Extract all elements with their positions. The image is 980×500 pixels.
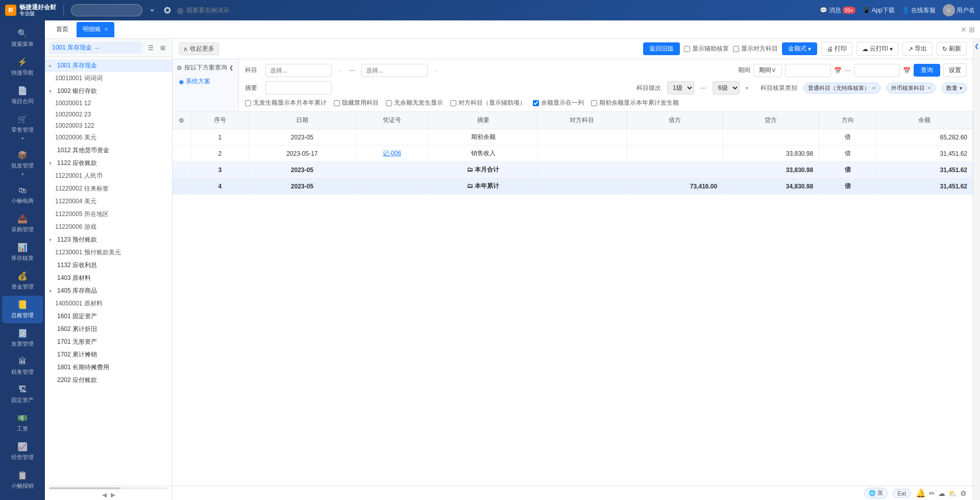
tree-item-10020001[interactable]: 10020001 12 bbox=[45, 98, 172, 109]
tree-item-10020003[interactable]: 10020003 122 bbox=[45, 120, 172, 131]
tree-item-14050001[interactable]: 14050001 原材料 bbox=[45, 297, 172, 310]
tree-item-11220006[interactable]: 11220006 游戏 bbox=[45, 221, 172, 233]
subject-input[interactable] bbox=[265, 64, 332, 77]
sidebar-item-basic-info[interactable]: ℹ 基础信息 bbox=[2, 495, 43, 500]
sidebar-item-expense[interactable]: 📋 小畅报销 bbox=[2, 466, 43, 494]
subject-end-input[interactable] bbox=[361, 64, 428, 77]
tree-item-10020002[interactable]: 10020002 23 bbox=[45, 109, 172, 120]
online-service-btn[interactable]: 👤 在线客服 bbox=[902, 6, 936, 15]
expand-tree-btn[interactable]: ⊞ bbox=[158, 43, 168, 53]
lang-btn[interactable]: 🌐 英 bbox=[864, 488, 888, 498]
tree-item-10010001[interactable]: 10010001 词词词 bbox=[45, 72, 172, 85]
cloud-icon[interactable]: ☁ bbox=[938, 489, 945, 497]
cloud-print-btn[interactable]: ☁ 云打印 ▾ bbox=[856, 42, 898, 56]
export-btn[interactable]: ↗ 导出 bbox=[902, 42, 933, 56]
tree-item-1012[interactable]: 1012 其他货币资金 bbox=[45, 144, 172, 157]
sidebar-item-quick-nav[interactable]: ⚡ 快捷导航 bbox=[2, 53, 43, 81]
tag-foreign-remove[interactable]: ✕ bbox=[927, 85, 931, 91]
tree-item-1801[interactable]: 1801 长期待摊费用 bbox=[45, 361, 172, 374]
tree-item-1132[interactable]: 1132 应收利息 bbox=[45, 259, 172, 272]
cb-balance-in-col[interactable]: 余额显示在一列 bbox=[533, 99, 584, 107]
settings-btn[interactable]: 设置 bbox=[943, 63, 967, 77]
cb-counter-acct-input[interactable] bbox=[450, 100, 456, 106]
tree-item-1001[interactable]: ▸ 1001 库存现金 bbox=[45, 59, 172, 72]
refresh-btn[interactable]: ↻ 刷新 bbox=[937, 42, 967, 56]
window-expand-btn[interactable]: ⊞ bbox=[969, 26, 975, 34]
eat-btn[interactable]: Eat bbox=[893, 489, 911, 498]
show-counter-input[interactable] bbox=[733, 46, 739, 52]
sidebar-item-project[interactable]: 📄 项目合同 bbox=[2, 82, 43, 109]
tab-detail-account[interactable]: 明细账 ✕ bbox=[77, 22, 114, 37]
system-scheme-btn[interactable]: ◉ 系统方案 bbox=[177, 75, 234, 88]
sidebar-item-tax[interactable]: 🏛 税务管理 bbox=[2, 353, 43, 380]
th-gear[interactable]: ⚙ bbox=[173, 112, 191, 129]
sidebar-item-funds[interactable]: 💰 资金管理 bbox=[2, 267, 43, 295]
level-start-select[interactable]: 1级 2级 bbox=[667, 81, 694, 94]
tree-item-10020006[interactable]: 10020006 美元 bbox=[45, 131, 172, 144]
account-selector[interactable]: 1001 库存现金 → bbox=[49, 42, 142, 54]
cb-no-balance-input[interactable] bbox=[386, 100, 392, 106]
sidebar-item-ledger[interactable]: 📒 总账管理 bbox=[2, 296, 43, 323]
message-btn[interactable]: 💬 消息 99+ bbox=[820, 6, 855, 15]
sidebar-item-ecommerce[interactable]: 🛍 小畅电商 bbox=[2, 182, 43, 209]
cb-hide-disabled-input[interactable] bbox=[334, 100, 340, 106]
cb-no-balance[interactable]: 无余额无发生显示 bbox=[386, 99, 443, 107]
sidebar-item-wholesale[interactable]: 📦 批发管理 ▾ bbox=[2, 146, 43, 181]
level-end-select[interactable]: 6级 bbox=[713, 81, 740, 94]
expand-more-btn[interactable]: ∧ 收起更多 bbox=[179, 42, 219, 55]
sidebar-item-operations[interactable]: 📈 经营管理 bbox=[2, 438, 43, 465]
period-end-input[interactable]: 2023-05 bbox=[854, 64, 900, 77]
cb-balance-in-col-input[interactable] bbox=[533, 100, 539, 106]
notification-icon[interactable]: 🔔 bbox=[916, 488, 926, 498]
tree-item-1002[interactable]: ▾ 1002 银行存款 bbox=[45, 85, 172, 98]
summary-input[interactable] bbox=[265, 81, 332, 94]
tab-close-icon[interactable]: ✕ bbox=[104, 27, 108, 32]
window-close-btn[interactable]: ✕ bbox=[961, 26, 967, 34]
sidebar-item-search[interactable]: 🔍 搜索菜单 bbox=[2, 25, 43, 52]
gear-icon[interactable] bbox=[162, 5, 173, 16]
tree-item-1601[interactable]: 1601 固定资产 bbox=[45, 310, 172, 323]
query-btn[interactable]: 查询 bbox=[914, 64, 940, 77]
dropdown-icon[interactable] bbox=[146, 5, 158, 16]
cb-no-amount[interactable]: 无发生额显示本月本年累计 bbox=[245, 99, 327, 107]
tree-item-1123[interactable]: ▾ 1123 预付账款 bbox=[45, 233, 172, 246]
tag-normal-remove[interactable]: ✕ bbox=[872, 85, 876, 91]
tree-item-2202[interactable]: 2202 应付账款 bbox=[45, 374, 172, 387]
cb-hide-disabled[interactable]: 隐藏禁用科目 bbox=[334, 99, 379, 107]
tree-item-11230001[interactable]: 11230001 预付账款美元 bbox=[45, 246, 172, 259]
return-old-btn[interactable]: 返回旧版 bbox=[643, 42, 680, 55]
cb-no-amount-input[interactable] bbox=[245, 100, 251, 106]
edit-icon[interactable]: ✏ bbox=[929, 489, 935, 497]
td-voucher[interactable]: 记-006 bbox=[355, 146, 429, 162]
period-start-input[interactable]: 2023-05 bbox=[785, 64, 831, 77]
tree-item-11220005[interactable]: 11220005 所在地区 bbox=[45, 208, 172, 221]
cb-opening-yr-input[interactable] bbox=[591, 100, 597, 106]
cloud2-icon[interactable]: ⛅ bbox=[948, 489, 957, 497]
top-search-input[interactable] bbox=[71, 4, 142, 16]
tree-item-1602[interactable]: 1602 累计折旧 bbox=[45, 323, 172, 336]
right-side-handle[interactable]: ❮ bbox=[973, 39, 980, 500]
tree-item-11220004[interactable]: 11220004 美元 bbox=[45, 195, 172, 208]
sidebar-item-fixed-assets[interactable]: 🏗 固定资产 bbox=[2, 381, 43, 408]
user-avatar-btn[interactable]: U 用户名 bbox=[943, 4, 975, 16]
tree-item-1403[interactable]: 1403 原材料 bbox=[45, 272, 172, 284]
left-arrow[interactable]: ◀ bbox=[102, 491, 107, 498]
amount-mode-btn[interactable]: 金额式 ▾ bbox=[782, 42, 817, 55]
sidebar-item-inventory[interactable]: 📊 库存核算 bbox=[2, 239, 43, 266]
sidebar-item-salary[interactable]: 💵 工资 bbox=[2, 409, 43, 437]
horizontal-scrollbar[interactable] bbox=[49, 487, 168, 489]
right-arrow[interactable]: ▶ bbox=[111, 491, 115, 498]
show-aux-input[interactable] bbox=[684, 46, 690, 52]
sidebar-item-purchase[interactable]: 📥 采购管理 bbox=[2, 210, 43, 237]
show-counter-checkbox[interactable]: 显示对方科目 bbox=[733, 44, 778, 53]
period-type-btn[interactable]: 期间∨ bbox=[753, 64, 782, 77]
tree-item-1122[interactable]: ▾ 1122 应收账款 bbox=[45, 157, 172, 170]
tree-item-1405[interactable]: ▾ 1405 库存商品 bbox=[45, 284, 172, 297]
tree-item-11220001[interactable]: 11220001 人民币 bbox=[45, 170, 172, 182]
tree-item-11220002[interactable]: 11220002 往来标签 bbox=[45, 182, 172, 195]
show-aux-checkbox[interactable]: 显示辅助核算 bbox=[684, 44, 729, 53]
list-view-btn[interactable]: ☰ bbox=[145, 43, 156, 53]
demo-banner[interactable]: ◎ 我要看实例演示 bbox=[177, 6, 229, 15]
sidebar-item-retail[interactable]: 🛒 零售管理 ▾ bbox=[2, 110, 43, 145]
settings-status-icon[interactable]: ⚙ bbox=[960, 489, 967, 497]
